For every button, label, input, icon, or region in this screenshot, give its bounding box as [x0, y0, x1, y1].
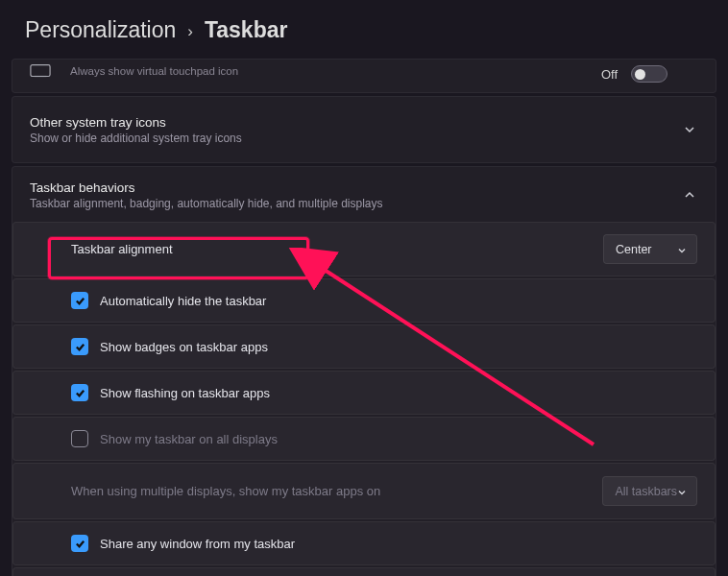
virtual-touchpad-card[interactable]: Always show virtual touchpad icon Off	[12, 59, 716, 93]
touchpad-icon	[30, 63, 51, 79]
chevron-down-icon	[677, 487, 687, 496]
show-flashing-checkbox[interactable]	[71, 384, 88, 401]
breadcrumb-parent[interactable]: Personalization	[25, 17, 176, 43]
breadcrumb: Personalization › Taskbar	[0, 0, 728, 59]
taskbar-behaviors-card: Taskbar behaviors Taskbar alignment, bad…	[12, 166, 716, 576]
chevron-up-icon	[683, 188, 696, 202]
svg-rect-0	[31, 65, 50, 77]
other-icons-subtitle: Show or hide additional system tray icon…	[30, 132, 242, 145]
auto-hide-taskbar-row[interactable]: Automatically hide the taskbar	[12, 278, 716, 323]
show-badges-label: Show badges on taskbar apps	[100, 340, 268, 354]
auto-hide-label: Automatically hide the taskbar	[100, 294, 266, 308]
chevron-down-icon	[683, 123, 696, 136]
content-area: Always show virtual touchpad icon Off Ot…	[0, 59, 728, 576]
share-window-label: Share any window from my taskbar	[100, 537, 295, 551]
toggle-label: Off	[601, 67, 618, 82]
other-system-tray-icons-card[interactable]: Other system tray icons Show or hide add…	[12, 96, 716, 163]
behaviors-rows: Taskbar alignment Center Automatically h…	[12, 222, 716, 576]
virtual-touchpad-toggle[interactable]	[631, 65, 667, 83]
taskbar-behaviors-subtitle: Taskbar alignment, badging, automaticall…	[30, 197, 698, 210]
virtual-touchpad-subtitle: Always show virtual touchpad icon	[70, 65, 238, 77]
taskbar-alignment-dropdown[interactable]: Center	[603, 234, 697, 264]
share-window-checkbox[interactable]	[71, 535, 88, 552]
taskbar-behaviors-title: Taskbar behaviors	[30, 180, 698, 195]
taskbar-alignment-label: Taskbar alignment	[71, 242, 173, 256]
show-badges-checkbox[interactable]	[71, 338, 88, 355]
taskbar-alignment-row: Taskbar alignment Center	[12, 222, 716, 276]
taskbar-behaviors-header[interactable]: Taskbar behaviors Taskbar alignment, bad…	[12, 167, 716, 222]
show-flashing-label: Show flashing on taskbar apps	[100, 386, 270, 400]
far-corner-row[interactable]: Select the far corner of the taskbar to …	[12, 567, 716, 576]
show-flashing-row[interactable]: Show flashing on taskbar apps	[12, 371, 716, 415]
show-all-displays-checkbox	[71, 430, 88, 447]
chevron-down-icon	[677, 245, 687, 254]
dropdown-value: All taskbars	[615, 485, 677, 498]
share-window-row[interactable]: Share any window from my taskbar	[12, 521, 716, 565]
multi-display-dropdown: All taskbars	[602, 476, 697, 506]
dropdown-value: Center	[616, 243, 652, 256]
multi-display-label: When using multiple displays, show my ta…	[71, 484, 380, 498]
multi-display-row: When using multiple displays, show my ta…	[12, 463, 716, 519]
show-all-displays-row: Show my taskbar on all displays	[12, 417, 716, 461]
auto-hide-checkbox[interactable]	[71, 292, 88, 309]
other-icons-title: Other system tray icons	[30, 115, 242, 130]
show-badges-row[interactable]: Show badges on taskbar apps	[12, 324, 716, 369]
chevron-right-icon: ›	[187, 22, 193, 41]
show-all-displays-label: Show my taskbar on all displays	[100, 432, 278, 446]
breadcrumb-current: Taskbar	[205, 17, 288, 43]
